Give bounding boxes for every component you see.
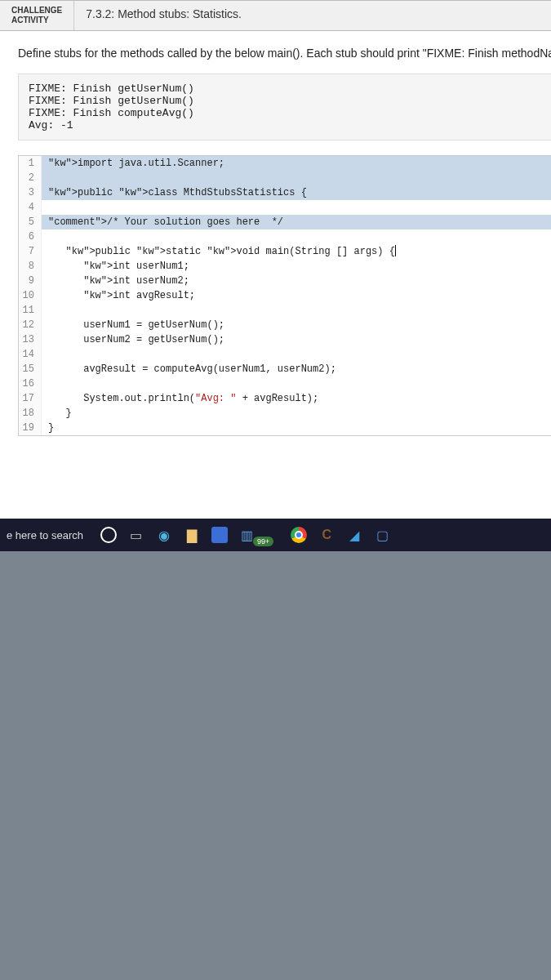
line-number: 2 bbox=[19, 171, 42, 185]
code-line[interactable]: 1"kw">import java.util.Scanner; bbox=[19, 156, 551, 171]
line-number: 12 bbox=[19, 318, 42, 332]
app-window: CHALLENGE ACTIVITY 7.3.2: Method stubs: … bbox=[0, 0, 551, 519]
code-line[interactable]: 5"comment">/* Your solution goes here */ bbox=[19, 215, 551, 229]
code-line[interactable]: 6 bbox=[19, 229, 551, 244]
task-view-icon[interactable]: ▭ bbox=[124, 523, 149, 547]
code-line[interactable]: 13 userNum2 = getUserNum(); bbox=[19, 332, 551, 347]
line-number: 10 bbox=[19, 288, 42, 303]
line-code[interactable]: avgResult = computeAvg(userNum1, userNum… bbox=[42, 362, 336, 376]
chat-icon[interactable]: ▢ bbox=[370, 523, 394, 547]
code-line[interactable]: 11 bbox=[19, 303, 551, 318]
code-line[interactable]: 4 bbox=[19, 200, 551, 215]
line-code[interactable] bbox=[42, 347, 48, 362]
code-line[interactable]: 12 userNum1 = getUserNum(); bbox=[19, 318, 551, 332]
code-area: 1"kw">import java.util.Scanner;23"kw">pu… bbox=[18, 155, 551, 436]
out-line: FIXME: Finish computeAvg() bbox=[29, 107, 194, 119]
line-number: 11 bbox=[19, 303, 42, 318]
challenge-header: CHALLENGE ACTIVITY 7.3.2: Method stubs: … bbox=[0, 0, 551, 31]
out-line: FIXME: Finish getUserNum() bbox=[29, 95, 194, 107]
line-code[interactable]: System.out.println("Avg: " + avgResult); bbox=[42, 391, 318, 406]
code-line[interactable]: 9 "kw">int userNum2; bbox=[19, 274, 551, 288]
line-number: 7 bbox=[19, 244, 42, 259]
line-code[interactable]: "kw">int userNum1; bbox=[42, 259, 189, 274]
code-line[interactable]: 14 bbox=[19, 347, 551, 362]
line-number: 16 bbox=[19, 376, 42, 391]
line-code[interactable] bbox=[42, 171, 48, 185]
line-code[interactable]: userNum2 = getUserNum(); bbox=[42, 332, 224, 347]
app-icon-c[interactable]: C bbox=[314, 523, 339, 547]
challenge-label: CHALLENGE ACTIVITY bbox=[0, 1, 74, 30]
challenge-label-line1: CHALLENGE bbox=[11, 6, 62, 16]
line-code[interactable] bbox=[42, 303, 48, 318]
challenge-label-line2: ACTIVITY bbox=[11, 16, 62, 25]
line-code[interactable] bbox=[42, 229, 48, 244]
line-code[interactable]: "kw">public "kw">static "kw">void main(S… bbox=[42, 244, 396, 259]
code-line[interactable]: 2 bbox=[19, 171, 551, 185]
line-code[interactable]: "comment">/* Your solution goes here */ bbox=[42, 215, 283, 229]
problem-description: Define stubs for the methods called by t… bbox=[18, 46, 551, 62]
out-line: Avg: -1 bbox=[29, 119, 73, 131]
line-number: 17 bbox=[19, 391, 42, 406]
line-number: 6 bbox=[19, 229, 42, 244]
code-line[interactable]: 17 System.out.println("Avg: " + avgResul… bbox=[19, 391, 551, 406]
code-line[interactable]: 16 bbox=[19, 376, 551, 391]
code-line[interactable]: 8 "kw">int userNum1; bbox=[19, 259, 551, 274]
line-code[interactable]: "kw">int avgResult; bbox=[42, 288, 195, 303]
line-code[interactable]: "kw">public "kw">class MthdStubsStatisti… bbox=[42, 185, 307, 200]
line-number: 5 bbox=[19, 215, 42, 229]
line-number: 13 bbox=[19, 332, 42, 347]
line-number: 3 bbox=[19, 185, 42, 200]
line-code[interactable] bbox=[42, 376, 48, 391]
mail-badge: 99+ bbox=[253, 537, 273, 546]
line-number: 1 bbox=[19, 156, 42, 171]
code-line[interactable]: 3"kw">public "kw">class MthdStubsStatist… bbox=[19, 185, 551, 200]
code-line[interactable]: 10 "kw">int avgResult; bbox=[19, 288, 551, 303]
line-number: 18 bbox=[19, 406, 42, 421]
search-text[interactable]: e here to search bbox=[7, 529, 83, 541]
file-explorer-icon[interactable]: ▇ bbox=[180, 523, 204, 547]
line-number: 4 bbox=[19, 200, 42, 215]
vscode-icon[interactable]: ◢ bbox=[342, 523, 367, 547]
edge-icon[interactable]: ◉ bbox=[152, 523, 176, 547]
out-line: FIXME: Finish getUserNum() bbox=[29, 82, 194, 95]
store-icon[interactable] bbox=[207, 523, 232, 547]
line-number: 19 bbox=[19, 421, 42, 435]
code-line[interactable]: 15 avgResult = computeAvg(userNum1, user… bbox=[19, 362, 551, 376]
line-number: 15 bbox=[19, 362, 42, 376]
code-editor[interactable]: 1"kw">import java.util.Scanner;23"kw">pu… bbox=[18, 155, 551, 436]
line-code[interactable] bbox=[42, 200, 48, 215]
line-code[interactable]: } bbox=[42, 421, 54, 435]
challenge-title: 7.3.2: Method stubs: Statistics. bbox=[74, 1, 551, 30]
line-number: 14 bbox=[19, 347, 42, 362]
code-line[interactable]: 19} bbox=[19, 421, 551, 435]
example-output: FIXME: Finish getUserNum() FIXME: Finish… bbox=[18, 74, 551, 140]
code-line[interactable]: 18 } bbox=[19, 406, 551, 421]
content-area: Define stubs for the methods called by t… bbox=[0, 31, 551, 451]
cortana-icon[interactable] bbox=[96, 523, 121, 547]
line-code[interactable]: "kw">import java.util.Scanner; bbox=[42, 156, 224, 171]
line-number: 8 bbox=[19, 259, 42, 274]
line-code[interactable]: "kw">int userNum2; bbox=[42, 274, 189, 288]
chrome-icon[interactable] bbox=[287, 523, 311, 547]
taskbar: e here to search ▭ ◉ ▇ ▥ 99+ C ◢ ▢ ^ ☁ ▮… bbox=[0, 519, 551, 551]
line-number: 9 bbox=[19, 274, 42, 288]
code-line[interactable]: 7 "kw">public "kw">static "kw">void main… bbox=[19, 244, 551, 259]
line-code[interactable]: } bbox=[42, 406, 72, 421]
line-code[interactable]: userNum1 = getUserNum(); bbox=[42, 318, 224, 332]
